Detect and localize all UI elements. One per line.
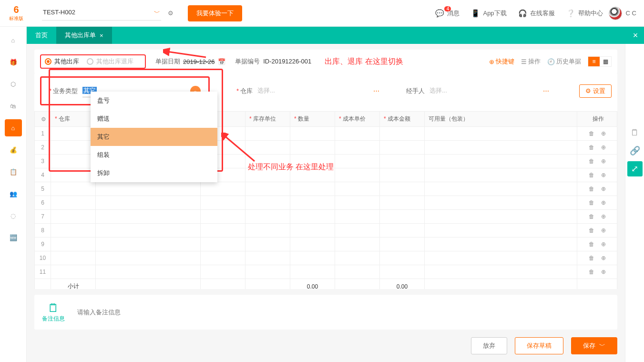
help-center-link[interactable]: ❔ 帮助中心 <box>566 9 603 18</box>
headset-icon: 🎧 <box>518 9 527 18</box>
phone-icon: 📱 <box>471 9 480 18</box>
app-download-link[interactable]: 📱 App下载 <box>471 9 506 18</box>
help-icon: ❔ <box>566 9 575 18</box>
org-name: TEST-H002 <box>43 9 75 17</box>
chevron-down-icon: ﹀ <box>154 9 160 17</box>
logo: 6 标准版 <box>8 4 25 22</box>
msg-badge: 4 <box>444 6 451 11</box>
online-service-link[interactable]: 🎧 在线客服 <box>518 9 555 18</box>
trial-button[interactable]: 我要体验一下 <box>188 5 242 21</box>
gear-icon[interactable]: ⚙ <box>168 10 174 17</box>
avatar <box>609 7 622 20</box>
top-bar: 6 标准版 TEST-H002 ﹀ ⚙ 我要体验一下 💬 消息 4 📱 App下… <box>0 0 644 27</box>
logo-icon: 6 <box>13 4 19 15</box>
edition-label: 标准版 <box>9 15 23 22</box>
messages-link[interactable]: 💬 消息 4 <box>435 9 460 18</box>
chat-icon: 💬 <box>435 9 444 18</box>
org-selector[interactable]: TEST-H002 ﹀ <box>42 6 161 21</box>
user-menu[interactable]: C C <box>609 7 636 20</box>
